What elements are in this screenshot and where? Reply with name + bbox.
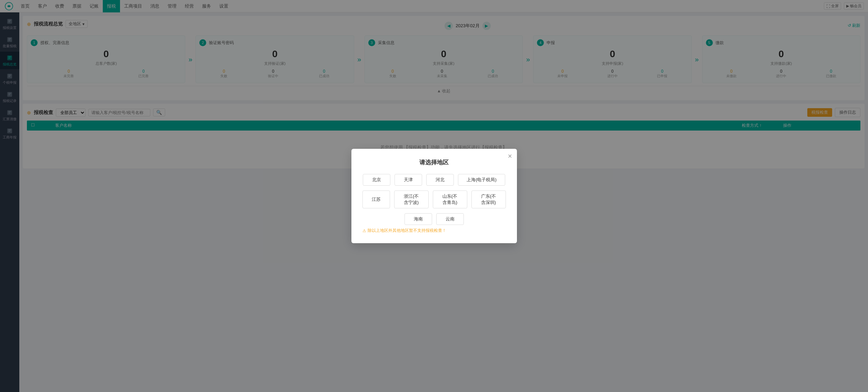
region-btn-海南[interactable]: 海南: [405, 213, 432, 225]
modal-region-row-2: 海南云南: [405, 213, 464, 225]
modal-region-row-1: 江苏浙江(不含宁波)山东(不含青岛)广东(不含深圳): [362, 190, 506, 208]
region-btn-浙江(不含宁波)[interactable]: 浙江(不含宁波): [394, 190, 429, 208]
region-btn-江苏[interactable]: 江苏: [362, 190, 390, 208]
modal-regions: 北京天津河北上海(电子税局)江苏浙江(不含宁波)山东(不含青岛)广东(不含深圳)…: [362, 174, 506, 225]
modal-warning: ⚠ 除以上地区外其他地区暂不支持报税检查！: [362, 228, 506, 234]
region-select-modal: ✕ 请选择地区 北京天津河北上海(电子税局)江苏浙江(不含宁波)山东(不含青岛)…: [351, 149, 517, 243]
region-btn-山东(不含青岛)[interactable]: 山东(不含青岛): [433, 190, 467, 208]
region-btn-天津[interactable]: 天津: [395, 174, 422, 186]
region-btn-河北[interactable]: 河北: [426, 174, 454, 186]
modal-overlay: ✕ 请选择地区 北京天津河北上海(电子税局)江苏浙江(不含宁波)山东(不含青岛)…: [0, 0, 868, 392]
warning-icon: ⚠: [362, 228, 366, 233]
warning-text: 除以上地区外其他地区暂不支持报税检查！: [368, 228, 446, 234]
modal-close-button[interactable]: ✕: [508, 153, 512, 159]
modal-title: 请选择地区: [362, 158, 506, 166]
region-btn-广东(不含深圳)[interactable]: 广东(不含深圳): [471, 190, 506, 208]
region-btn-云南[interactable]: 云南: [436, 213, 464, 225]
modal-region-row-0: 北京天津河北上海(电子税局): [363, 174, 505, 186]
region-btn-上海(电子税局)[interactable]: 上海(电子税局): [458, 174, 505, 186]
region-btn-北京[interactable]: 北京: [363, 174, 390, 186]
